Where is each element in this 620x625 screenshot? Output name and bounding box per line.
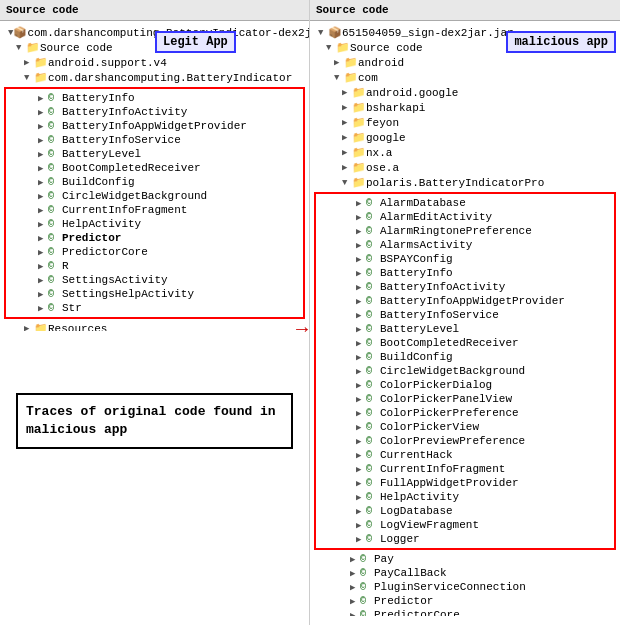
mc-FullAppWidgetProvider[interactable]: ▶©FullAppWidgetProvider	[316, 476, 614, 490]
folder-icon: 📁	[26, 41, 40, 54]
mc-HelpActivity[interactable]: ▶©HelpActivity	[316, 490, 614, 504]
class-BatteryInfoActivity[interactable]: ▶©BatteryInfoActivity	[6, 105, 303, 119]
mc-PayCallBack[interactable]: ▶©PayCallBack	[310, 566, 620, 580]
class-label: Logger	[380, 533, 420, 545]
class-label: Predictor	[374, 595, 433, 607]
mc-ColorPickerView[interactable]: ▶©ColorPickerView	[316, 420, 614, 434]
right-android[interactable]: ▶ 📁 android	[310, 55, 620, 70]
class-Str[interactable]: ▶©Str	[6, 301, 303, 315]
mc-AlarmsActivity[interactable]: ▶©AlarmsActivity	[316, 238, 614, 252]
arrow-icon: ▶	[38, 135, 48, 146]
mc-AlarmEditActivity[interactable]: ▶©AlarmEditActivity	[316, 210, 614, 224]
class-CurrentInfoFragment[interactable]: ▶©CurrentInfoFragment	[6, 203, 303, 217]
left-pkg-node[interactable]: ▼ 📁 com.darshancomputing.BatteryIndicato…	[0, 70, 309, 85]
class-CircleWidgetBackground[interactable]: ▶©CircleWidgetBackground	[6, 189, 303, 203]
mc-Logger[interactable]: ▶©Logger	[316, 532, 614, 546]
class-PredictorCore[interactable]: ▶©PredictorCore	[6, 245, 303, 259]
class-SettingsActivity[interactable]: ▶©SettingsActivity	[6, 273, 303, 287]
arrow-icon: ▶	[356, 380, 366, 391]
class-icon: ©	[366, 478, 380, 489]
class-icon: ©	[366, 436, 380, 447]
class-SettingsHelpActivity[interactable]: ▶©SettingsHelpActivity	[6, 287, 303, 301]
class-BootCompletedReceiver[interactable]: ▶©BootCompletedReceiver	[6, 161, 303, 175]
mc-Pay[interactable]: ▶©Pay	[310, 552, 620, 566]
class-Predictor[interactable]: ▶©Predictor	[6, 231, 303, 245]
class-BatteryInfoService[interactable]: ▶©BatteryInfoService	[6, 133, 303, 147]
class-label: ColorPreviewPreference	[380, 435, 525, 447]
class-BatteryInfoAppWidgetProvider[interactable]: ▶©BatteryInfoAppWidgetProvider	[6, 119, 303, 133]
class-label: CurrentInfoFragment	[62, 204, 187, 216]
folder-icon: 📁	[344, 56, 358, 69]
arrow-icon: ▶	[356, 226, 366, 237]
mc-CurrentHack[interactable]: ▶©CurrentHack	[316, 448, 614, 462]
class-icon: ©	[366, 520, 380, 531]
arrow-icon: ▶	[38, 191, 48, 202]
mc-PredictorCore[interactable]: ▶©PredictorCore	[310, 608, 620, 616]
class-icon: ©	[48, 275, 62, 286]
pkg-label: ose.a	[366, 162, 399, 174]
class-label: CircleWidgetBackground	[380, 365, 525, 377]
mc-BSPAYConfig[interactable]: ▶©BSPAYConfig	[316, 252, 614, 266]
mc-ColorPickerDialog[interactable]: ▶©ColorPickerDialog	[316, 378, 614, 392]
right-bsharkapi[interactable]: ▶📁bsharkapi	[310, 100, 620, 115]
malicious-classes-box: ▶©AlarmDatabase ▶©AlarmEditActivity ▶©Al…	[314, 192, 616, 550]
arrow-icon: ▶	[342, 87, 352, 98]
class-icon: ©	[48, 163, 62, 174]
right-android-google[interactable]: ▶📁android.google	[310, 85, 620, 100]
right-feyon[interactable]: ▶📁feyon	[310, 115, 620, 130]
mc-ColorPreviewPreference[interactable]: ▶©ColorPreviewPreference	[316, 434, 614, 448]
mc-PluginServiceConnection[interactable]: ▶©PluginServiceConnection	[310, 580, 620, 594]
class-icon: ©	[366, 464, 380, 475]
class-icon: ©	[360, 582, 374, 593]
mc-BatteryInfoAppWidgetProvider[interactable]: ▶©BatteryInfoAppWidgetProvider	[316, 294, 614, 308]
mc-BatteryInfo[interactable]: ▶©BatteryInfo	[316, 266, 614, 280]
legit-app-label: Legit App	[155, 31, 236, 53]
pkg-label: feyon	[366, 117, 399, 129]
left-android-support[interactable]: ▶ 📁 android.support.v4	[0, 55, 309, 70]
class-HelpActivity[interactable]: ▶©HelpActivity	[6, 217, 303, 231]
right-panel-header: Source code	[310, 0, 620, 21]
mc-CurrentInfoFragment[interactable]: ▶©CurrentInfoFragment	[316, 462, 614, 476]
class-BatteryLevel[interactable]: ▶©BatteryLevel	[6, 147, 303, 161]
mc-BuildConfig[interactable]: ▶©BuildConfig	[316, 350, 614, 364]
class-R[interactable]: ▶©R	[6, 259, 303, 273]
resources-label: Resources	[48, 323, 107, 332]
class-label: HelpActivity	[62, 218, 141, 230]
arrow-icon: ▶	[24, 57, 34, 68]
mc-CircleWidgetBackground[interactable]: ▶©CircleWidgetBackground	[316, 364, 614, 378]
arrow-icon: ▶	[356, 450, 366, 461]
right-google[interactable]: ▶📁google	[310, 130, 620, 145]
arrow-icon: ▶	[38, 149, 48, 160]
class-icon: ©	[48, 149, 62, 160]
class-icon: ©	[366, 338, 380, 349]
mc-ColorPickerPreference[interactable]: ▶©ColorPickerPreference	[316, 406, 614, 420]
class-label: BuildConfig	[62, 176, 135, 188]
class-BuildConfig[interactable]: ▶©BuildConfig	[6, 175, 303, 189]
mc-BatteryLevel[interactable]: ▶©BatteryLevel	[316, 322, 614, 336]
class-label: PredictorCore	[62, 246, 148, 258]
mc-LogDatabase[interactable]: ▶©LogDatabase	[316, 504, 614, 518]
right-ose-a[interactable]: ▶📁ose.a	[310, 160, 620, 175]
arrow-icon: ▶	[356, 198, 366, 209]
mc-ColorPickerPanelView[interactable]: ▶©ColorPickerPanelView	[316, 392, 614, 406]
mc-Predictor[interactable]: ▶©Predictor	[310, 594, 620, 608]
class-label: FullAppWidgetProvider	[380, 477, 519, 489]
class-icon: ©	[48, 219, 62, 230]
mc-AlarmDatabase[interactable]: ▶©AlarmDatabase	[316, 196, 614, 210]
arrow-icon: ▶	[24, 323, 34, 331]
left-resources[interactable]: ▶ 📁 Resources	[0, 321, 309, 331]
mc-BatteryInfoActivity[interactable]: ▶©BatteryInfoActivity	[316, 280, 614, 294]
mc-LogViewFragment[interactable]: ▶©LogViewFragment	[316, 518, 614, 532]
arrow-icon: ▶	[38, 93, 48, 104]
right-nx-a[interactable]: ▶📁nx.a	[310, 145, 620, 160]
arrow-icon: ▼	[24, 73, 34, 83]
mc-BootCompletedReceiver[interactable]: ▶©BootCompletedReceiver	[316, 336, 614, 350]
mc-AlarmRingtonePreference[interactable]: ▶©AlarmRingtonePreference	[316, 224, 614, 238]
right-source-label: Source code	[350, 42, 423, 54]
right-polaris-pkg[interactable]: ▼ 📁 polaris.BatteryIndicatorPro	[310, 175, 620, 190]
class-BatteryInfo[interactable]: ▶©BatteryInfo	[6, 91, 303, 105]
class-label: BootCompletedReceiver	[380, 337, 519, 349]
right-com[interactable]: ▼ 📁 com	[310, 70, 620, 85]
mc-BatteryInfoService[interactable]: ▶©BatteryInfoService	[316, 308, 614, 322]
arrow-icon: ▶	[356, 520, 366, 531]
